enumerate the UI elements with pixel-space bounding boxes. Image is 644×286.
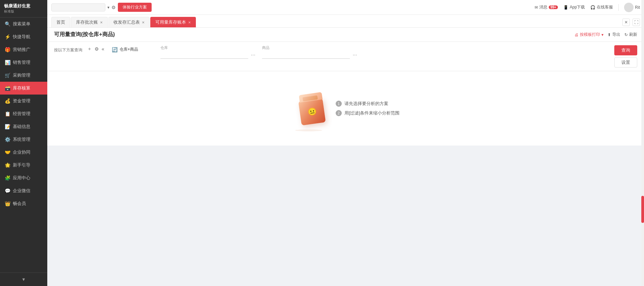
sidebar-item-enterprise-wechat[interactable]: 💬 企业微信	[0, 184, 47, 197]
filter-schemes: 🔄 仓库+商品	[109, 45, 156, 54]
sidebar-item-newguide[interactable]: 🌟 新手引导	[0, 159, 47, 172]
topbar-gear-btn[interactable]: ⚙	[111, 5, 116, 10]
export-btn[interactable]: ⬆ 导出	[608, 32, 620, 37]
sidebar: 畅康通好生意 标准版 🔍 搜索菜单 ⚡ 快捷导航 🎁 营销推广 📊 销售管理 🛒…	[0, 0, 47, 286]
inventory-icon: 🗃️	[5, 85, 10, 91]
warehouse-input[interactable]	[160, 51, 248, 59]
sidebar-item-sales[interactable]: 📊 销售管理	[0, 56, 47, 69]
message-badge: 99+	[549, 5, 558, 9]
sidebar-item-finance[interactable]: 💰 资金管理	[0, 95, 47, 107]
goods-input[interactable]	[262, 51, 350, 59]
puzzle-icon: 🧩	[5, 175, 10, 181]
sidebar-item-label: 系统管理	[13, 136, 30, 142]
topbar: ▾ ⚙ 体验行业方案 ✉ 消息 99+ 📱 App下载 🎧 在线客服 Rit	[47, 0, 644, 15]
sidebar-item-label: 库存核算	[13, 85, 30, 91]
collapse-scheme-btn[interactable]: «	[101, 46, 105, 52]
sidebar-item-label: 经营管理	[13, 111, 30, 117]
filter-field-warehouse: 仓库 ···	[160, 45, 257, 59]
filter-label: 按以下方案查询	[54, 45, 82, 53]
main-area: ▾ ⚙ 体验行业方案 ✉ 消息 99+ 📱 App下载 🎧 在线客服 Rit	[47, 0, 644, 286]
tab-inventory-summary[interactable]: 收发存汇总表 ✕	[108, 17, 150, 27]
empty-illustration: 😐	[292, 92, 326, 125]
message-icon: ✉	[535, 5, 538, 10]
sidebar-item-shortcut[interactable]: ⚡ 快捷导航	[0, 30, 47, 43]
sidebar-item-marketing[interactable]: 🎁 营销推广	[0, 43, 47, 56]
page-header: 可用量查询(按仓库+商品) 🖨 按模板打印 ▾ ⬆ 导出 ↻ 刷新	[47, 28, 644, 42]
message-btn[interactable]: ✉ 消息 99+	[535, 4, 558, 10]
goods-field-label: 商品	[262, 45, 358, 50]
filter-fields: 仓库 ··· 商品 ···	[160, 45, 610, 59]
sidebar-logo: 畅康通好生意 标准版	[0, 0, 47, 18]
sidebar-item-member[interactable]: 👑 畅会员	[0, 197, 47, 210]
query-button[interactable]: 查询	[614, 45, 637, 55]
gift-icon: 🎁	[5, 47, 10, 52]
sidebar-item-label: 搜索菜单	[13, 21, 30, 27]
user-profile-btn[interactable]: Rit	[624, 3, 640, 12]
tab-available-ledger-label: 可用量库存账本	[155, 19, 186, 25]
tab-available-ledger[interactable]: 可用量库存账本 ✕	[150, 17, 196, 27]
scroll-down-btn[interactable]: ▼	[0, 276, 47, 283]
edit-scheme-btn[interactable]: ⚙	[94, 46, 100, 52]
filter-area: 按以下方案查询 ＋ ⚙ « 🔄 仓库+商品 仓库 ···	[47, 42, 644, 71]
sidebar-item-inventory[interactable]: 🗃️ 库存核算	[0, 82, 47, 95]
sidebar-item-system[interactable]: ⚙️ 系统管理	[0, 133, 47, 146]
add-scheme-btn[interactable]: ＋	[86, 45, 93, 53]
app-subtitle: 标准版	[4, 9, 43, 14]
user-avatar	[624, 3, 634, 12]
app-download-label: App下载	[570, 4, 585, 10]
sidebar-item-operations[interactable]: 📋 经营管理	[0, 107, 47, 120]
online-service-label: 在线客服	[597, 4, 613, 10]
tip-text-2: 用[过滤]条件来缩小分析范围	[344, 110, 400, 116]
print-template-label: 按模板打印	[580, 32, 600, 37]
topbar-search-input[interactable]	[51, 3, 105, 11]
topbar-dropdown-btn[interactable]: ▾	[107, 5, 109, 10]
app-title: 畅康通好生意	[4, 3, 43, 9]
tabs-expand-btn[interactable]: ⛶	[633, 19, 640, 26]
tab-batch-account-label: 库存批次账	[76, 19, 98, 25]
right-scrollbar[interactable]	[641, 0, 644, 286]
sidebar-item-label: 新手引导	[13, 162, 30, 168]
headset-icon: 🎧	[590, 5, 595, 10]
tabs-actions: ✕ ⛶	[622, 19, 640, 27]
sidebar-item-purchase[interactable]: 🛒 采购管理	[0, 69, 47, 82]
topbar-divider	[618, 4, 619, 11]
tab-available-ledger-close[interactable]: ✕	[188, 21, 191, 24]
sidebar-item-label: 畅会员	[13, 201, 26, 207]
online-service-btn[interactable]: 🎧 在线客服	[590, 4, 613, 10]
sidebar-item-enterprise[interactable]: 🤝 企业协同	[0, 146, 47, 159]
tab-batch-account[interactable]: 库存批次账 ✕	[71, 17, 108, 27]
sidebar-item-label: 资金管理	[13, 98, 30, 104]
export-label: 导出	[612, 32, 620, 37]
tab-inventory-summary-close[interactable]: ✕	[142, 21, 145, 24]
warehouse-more-btn[interactable]: ···	[250, 52, 257, 58]
search-icon: 🔍	[5, 21, 10, 27]
tab-batch-account-close[interactable]: ✕	[100, 21, 103, 24]
export-icon: ⬆	[608, 32, 611, 37]
scheme-label: 仓库+商品	[120, 47, 138, 52]
refresh-btn[interactable]: ↻ 刷新	[624, 32, 637, 37]
message-label: 消息	[539, 4, 547, 10]
print-template-btn[interactable]: 🖨 按模板打印 ▾	[574, 32, 603, 37]
settings-button[interactable]: 设置	[614, 57, 637, 68]
goods-more-btn[interactable]: ···	[351, 52, 358, 58]
sidebar-item-basic-info[interactable]: 📝 基础信息	[0, 120, 47, 133]
refresh-icon: ↻	[624, 32, 628, 37]
printer-icon: 🖨	[574, 32, 578, 37]
sidebar-item-label: 销售管理	[13, 59, 30, 66]
sidebar-item-label: 企业协同	[13, 149, 30, 155]
trial-industry-btn[interactable]: 体验行业方案	[118, 3, 152, 12]
money-icon: 💰	[5, 98, 10, 104]
tabs-close-all-btn[interactable]: ✕	[622, 19, 630, 26]
dropdown-arrow-icon: ▾	[601, 32, 603, 37]
sidebar-item-label: 应用中心	[13, 175, 30, 181]
sidebar-item-label: 快捷导航	[13, 34, 30, 40]
tip-num-2: 2	[336, 110, 342, 116]
sidebar-item-appcenter[interactable]: 🧩 应用中心	[0, 172, 47, 184]
scheme-item-warehouse-goods[interactable]: 🔄 仓库+商品	[109, 45, 156, 54]
app-download-btn[interactable]: 📱 App下载	[563, 4, 585, 10]
scrollbar-thumb[interactable]	[641, 196, 644, 223]
sidebar-item-search[interactable]: 🔍 搜索菜单	[0, 18, 47, 30]
tab-home[interactable]: 首页	[51, 17, 70, 27]
user-name: Rit	[635, 5, 640, 10]
tab-inventory-summary-label: 收发存汇总表	[113, 19, 140, 25]
